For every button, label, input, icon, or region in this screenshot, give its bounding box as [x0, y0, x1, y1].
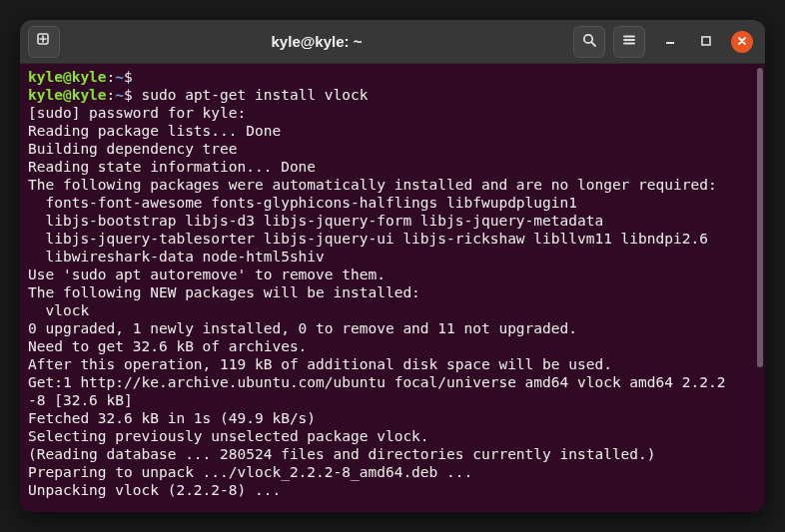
terminal-window: kyle@kyle: ~ [20, 20, 765, 512]
out-line: After this operation, 119 kB of addition… [28, 356, 612, 372]
out-line: Selecting previously unselected package … [28, 428, 429, 444]
out-line: -8 [32.6 kB] [28, 392, 133, 408]
prompt-at: @ [63, 87, 72, 103]
svg-rect-2 [702, 37, 710, 45]
prompt-dollar: $ [124, 87, 133, 103]
out-line: Fetched 32.6 kB in 1s (49.9 kB/s) [28, 410, 316, 426]
search-icon [581, 32, 597, 52]
command-2: sudo apt-get install vlock [133, 87, 369, 103]
maximize-icon [700, 32, 712, 51]
out-line: Building dependency tree [28, 141, 299, 157]
menu-button[interactable] [613, 26, 645, 58]
out-line: vlock [28, 302, 89, 318]
close-button[interactable] [731, 31, 753, 53]
out-line: Use 'sudo apt autoremove' to remove them… [28, 266, 386, 282]
out-line: Unpacking vlock (2.2.2-8) ... [28, 482, 281, 498]
out-line: [sudo] password for kyle: [28, 105, 255, 121]
window-title: kyle@kyle: ~ [68, 33, 565, 50]
minimize-icon [664, 32, 676, 51]
out-line: The following packages were automaticall… [28, 177, 717, 193]
out-line: (Reading database ... 280524 files and d… [28, 446, 656, 462]
scrollbar[interactable] [755, 64, 765, 512]
prompt-colon: : [107, 69, 116, 85]
out-line: libwireshark-data node-html5shiv [28, 249, 325, 265]
new-tab-icon [36, 32, 52, 52]
prompt-path: ~ [115, 69, 124, 85]
window-controls [659, 31, 753, 53]
maximize-button[interactable] [695, 31, 717, 53]
prompt-path: ~ [115, 87, 124, 103]
prompt-at: @ [63, 69, 72, 85]
out-line: Reading package lists... Done [28, 123, 281, 139]
out-line: fonts-font-awesome fonts-glyphicons-half… [28, 195, 577, 211]
out-line: Need to get 32.6 kB of archives. [28, 338, 307, 354]
out-line: Preparing to unpack .../vlock_2.2.2-8_am… [28, 464, 472, 480]
prompt-host: kyle [72, 69, 107, 85]
prompt-user: kyle [28, 87, 63, 103]
prompt-dollar: $ [124, 69, 133, 85]
titlebar: kyle@kyle: ~ [20, 20, 765, 64]
prompt-host: kyle [72, 87, 107, 103]
prompt-colon: : [107, 87, 116, 103]
prompt-user: kyle [28, 69, 63, 85]
hamburger-icon [621, 32, 637, 52]
out-line: libjs-bootstrap libjs-d3 libjs-jquery-fo… [28, 213, 603, 229]
command-1 [133, 69, 142, 85]
out-line: libjs-jquery-tablesorter libjs-jquery-ui… [28, 231, 708, 247]
new-tab-button[interactable] [28, 26, 60, 58]
out-line: Reading state information... Done [28, 159, 316, 175]
close-icon [736, 32, 748, 51]
out-line: Get:1 http://ke.archive.ubuntu.com/ubunt… [28, 374, 725, 390]
out-line: 0 upgraded, 1 newly installed, 0 to remo… [28, 320, 577, 336]
terminal-output[interactable]: kyle@kyle:~$ kyle@kyle:~$ sudo apt-get i… [20, 64, 755, 512]
minimize-button[interactable] [659, 31, 681, 53]
terminal-area: kyle@kyle:~$ kyle@kyle:~$ sudo apt-get i… [20, 64, 765, 512]
out-line: The following NEW packages will be insta… [28, 284, 420, 300]
scrollbar-thumb[interactable] [757, 68, 763, 367]
search-button[interactable] [573, 26, 605, 58]
